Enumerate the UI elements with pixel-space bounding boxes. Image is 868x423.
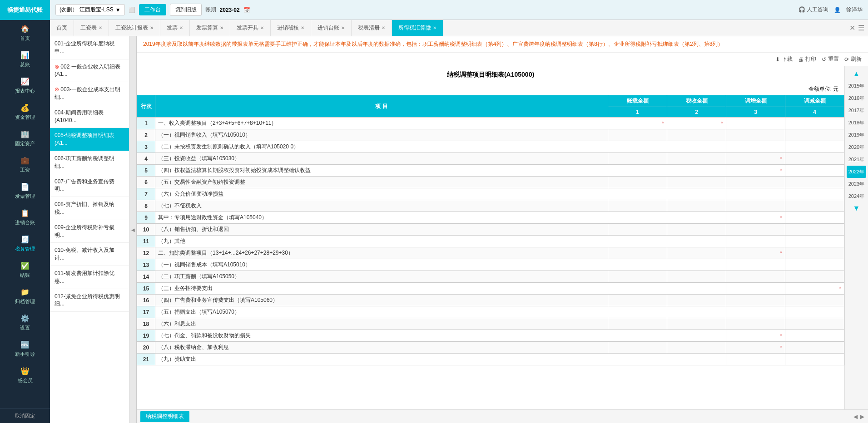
cell-col3[interactable]: * xyxy=(726,247,785,259)
left-panel-item-002[interactable]: ⊗ 002-一般企业收入明细表(A1... xyxy=(50,59,129,83)
cell-col1[interactable] xyxy=(608,188,667,200)
print-button[interactable]: 🖨 打印 xyxy=(798,55,816,63)
cell-col4[interactable] xyxy=(785,141,844,153)
cell-col2[interactable] xyxy=(667,318,726,330)
cell-col1[interactable] xyxy=(608,141,667,153)
cell-col2[interactable]: * xyxy=(667,118,726,129)
year-down-button[interactable]: ▼ xyxy=(851,202,862,214)
tab-close-7[interactable]: ✕ xyxy=(341,25,345,30)
refresh-button[interactable]: ⟳ 刷新 xyxy=(844,55,862,63)
cell-col2[interactable] xyxy=(667,247,726,259)
year-item-2016[interactable]: 2016年 xyxy=(847,92,866,104)
cell-col3[interactable]: * xyxy=(726,165,785,177)
tab-7[interactable]: 进销台账 ✕ xyxy=(311,20,352,36)
tab-8[interactable]: 税表清册 ✕ xyxy=(352,20,392,36)
cell-col3[interactable] xyxy=(726,283,785,295)
cell-col2[interactable] xyxy=(667,330,726,342)
cell-col3[interactable]: * xyxy=(726,330,785,342)
tab-5[interactable]: 发票开具 ✕ xyxy=(230,20,271,36)
cell-col1[interactable] xyxy=(608,342,667,354)
cell-col3[interactable] xyxy=(726,295,785,306)
cell-col2[interactable] xyxy=(667,153,726,165)
cell-col1[interactable] xyxy=(608,295,667,306)
cell-col3[interactable]: * xyxy=(726,153,785,165)
sidebar-item-settings[interactable]: ⚙️设置 xyxy=(0,310,50,336)
sidebar-item-purchase[interactable]: 📋进销台账 xyxy=(0,204,50,231)
scroll-right-icon[interactable]: ▶ xyxy=(860,413,864,420)
sidebar-item-assets[interactable]: 🏢固定资产 xyxy=(0,125,50,152)
cell-col2[interactable] xyxy=(667,200,726,212)
cell-col4[interactable] xyxy=(785,212,844,224)
cell-col2[interactable] xyxy=(667,165,726,177)
tab-0[interactable]: 首页 xyxy=(50,20,74,36)
tab-4[interactable]: 发票算算 ✕ xyxy=(190,20,230,36)
cell-col4[interactable] xyxy=(785,236,844,247)
cell-col3[interactable] xyxy=(726,200,785,212)
sidebar-item-home[interactable]: 🏠首页 xyxy=(0,20,50,46)
bottom-tab[interactable]: 纳税调整明细表 xyxy=(140,411,189,422)
cell-col4[interactable] xyxy=(785,224,844,236)
cell-col4[interactable] xyxy=(785,118,844,129)
cell-col3[interactable] xyxy=(726,271,785,283)
cell-col3[interactable] xyxy=(726,354,785,365)
left-panel-item-004[interactable]: 004-期间费用明细表(A1040... xyxy=(50,105,129,128)
year-item-2018[interactable]: 2018年 xyxy=(847,117,866,129)
cell-col4[interactable] xyxy=(785,330,844,342)
cell-col3[interactable] xyxy=(726,224,785,236)
sidebar-item-ledger[interactable]: 📊总账 xyxy=(0,46,50,73)
unfix-button[interactable]: 取消固定 xyxy=(0,408,50,423)
tab-6[interactable]: 进销稽核 ✕ xyxy=(271,20,311,36)
left-panel-item-010[interactable]: 010-免税、减计收入及加计... xyxy=(50,243,129,266)
cell-col2[interactable] xyxy=(667,188,726,200)
table-wrapper[interactable]: 纳税调整项目明细表(A105000) 金额单位: 元 行次 项 目 账载全额 税… xyxy=(137,66,844,409)
year-up-button[interactable]: ▲ xyxy=(851,68,862,80)
sidebar-item-invoice[interactable]: 📄发票管理 xyxy=(0,178,50,204)
cell-col2[interactable] xyxy=(667,236,726,247)
cell-col4[interactable] xyxy=(785,153,844,165)
cell-col1[interactable] xyxy=(608,165,667,177)
panel-collapse-button[interactable]: ◀ xyxy=(129,36,137,423)
reset-button[interactable]: ↺ 重置 xyxy=(822,55,839,63)
cell-col4[interactable] xyxy=(785,318,844,330)
cell-col1[interactable] xyxy=(608,212,667,224)
cell-col1[interactable] xyxy=(608,259,667,271)
cell-col4[interactable] xyxy=(785,200,844,212)
cell-col1[interactable] xyxy=(608,271,667,283)
old-version-button[interactable]: 切到旧版 xyxy=(170,4,202,16)
cell-col4[interactable] xyxy=(785,354,844,365)
tab-close-6[interactable]: ✕ xyxy=(301,25,304,30)
cell-col4[interactable] xyxy=(785,165,844,177)
cell-col2[interactable] xyxy=(667,306,726,318)
cell-col3[interactable] xyxy=(726,259,785,271)
cell-col3[interactable]: * xyxy=(726,342,785,354)
cell-col2[interactable] xyxy=(667,271,726,283)
left-panel-item-007[interactable]: 007-广告费和业务宣传费明... xyxy=(50,174,129,197)
workbench-button[interactable]: 工作台 xyxy=(139,4,166,15)
sidebar-item-settle[interactable]: ✅结账 xyxy=(0,257,50,283)
service-button[interactable]: 🎧 人工咨询 xyxy=(799,6,828,14)
cell-col2[interactable] xyxy=(667,177,726,188)
year-item-2017[interactable]: 2017年 xyxy=(847,104,866,117)
cell-col1[interactable] xyxy=(608,306,667,318)
calendar-icon[interactable]: 📅 xyxy=(243,7,250,13)
cell-col4[interactable] xyxy=(785,177,844,188)
cell-col4[interactable] xyxy=(785,342,844,354)
menu-icon[interactable]: ☰ xyxy=(858,24,864,32)
tab-close-2[interactable]: ✕ xyxy=(150,25,154,30)
copy-icon[interactable]: ⬜ xyxy=(129,7,135,13)
cell-col1[interactable] xyxy=(608,177,667,188)
cell-col3[interactable] xyxy=(726,177,785,188)
tab-1[interactable]: 工资表 ✕ xyxy=(74,20,109,36)
cell-col1[interactable] xyxy=(608,330,667,342)
cell-col3[interactable] xyxy=(726,118,785,129)
user-name[interactable]: 徐泽华 xyxy=(846,6,863,14)
cell-col3[interactable] xyxy=(726,318,785,330)
cell-col1[interactable] xyxy=(608,354,667,365)
scroll-left-icon[interactable]: ◀ xyxy=(853,413,858,420)
tab-2[interactable]: 工资统计报表 ✕ xyxy=(109,20,160,36)
left-panel-item-006[interactable]: 006-职工薪酬纳税调整明细... xyxy=(50,151,129,174)
download-button[interactable]: ⬇ 下载 xyxy=(775,55,793,63)
cell-col4[interactable]: * xyxy=(785,283,844,295)
cell-col4[interactable] xyxy=(785,259,844,271)
tab-close-3[interactable]: ✕ xyxy=(179,25,183,30)
